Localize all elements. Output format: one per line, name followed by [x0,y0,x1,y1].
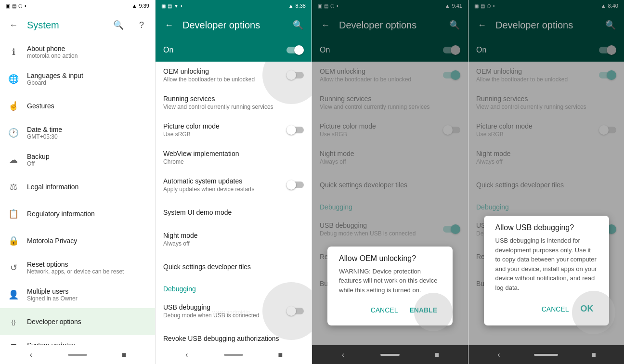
oem-cancel-button[interactable]: Cancel [367,302,402,318]
system-title: System [27,20,105,31]
sidebar-item-datetime[interactable]: 🕐 Date & time GMT+05:30 [0,119,155,146]
color-title-m: Picture color mode [163,122,286,130]
copy-icon: ▤ [12,3,16,9]
sidebar-item-legal[interactable]: ⚖ Legal information [0,173,155,200]
nav-home-middle[interactable] [224,354,243,356]
color-content-m: Picture color mode Use sRGB [163,122,286,138]
on-toggle-middle[interactable] [286,45,304,55]
about-text: About phone motorola one action [27,45,78,59]
nav-recent-middle[interactable]: ■ [271,345,290,364]
autoupdate-toggle-m[interactable] [286,180,304,190]
reset-text: Reset options Network, apps, or device c… [27,260,124,275]
copy-icon-m: ▤ [168,3,172,9]
shield-icon: ⬡ [18,3,23,9]
running-sub-m: View and control currently running servi… [163,104,304,110]
usb-cancel-button[interactable]: Cancel [538,300,573,318]
color-thumb-m [286,125,296,135]
users-icon: 👤 [8,289,19,300]
backup-subtitle: Off [27,160,50,167]
night-title-m: Night mode [163,232,304,239]
languages-text: Languages & input Gboard [27,72,83,86]
privacy-icon: 🔒 [8,235,19,247]
nav-back-left[interactable]: ‹ [21,345,40,364]
dot-icon: • [25,3,26,9]
help-button-left[interactable]: ? [132,15,151,35]
search-button-middle[interactable]: 🔍 [288,15,308,35]
about-title: About phone [27,45,78,52]
sidebar-item-developer[interactable]: {} Developer options [0,308,155,335]
legal-icon: ⚖ [8,181,19,193]
dev-item-color-m[interactable]: Picture color mode Use sRGB [156,117,312,144]
sidebar-item-reset[interactable]: ↺ Reset options Network, apps, or device… [0,254,155,281]
usb-dialog-overlay: Allow USB debugging? USB debugging is in… [468,0,624,364]
notification-icons: ▣ ▤ ⬡ • [6,3,26,9]
datetime-title: Date & time [27,126,62,133]
sidebar-item-about[interactable]: ℹ About phone motorola one action [0,39,155,65]
regulatory-icon: 📋 [8,208,19,220]
qstiles-content-m: Quick settings developer tiles [163,263,304,271]
sidebar-item-backup[interactable]: ☁ Backup Off [0,146,155,173]
color-toggle-m[interactable] [286,125,304,135]
webview-sub-m: Chrome [163,158,304,165]
dev-item-webview-m[interactable]: WebView implementation Chrome [156,144,312,171]
system-icons-middle: ▲ 8:38 [288,3,306,9]
languages-subtitle: Gboard [27,79,83,86]
nav-home-left[interactable] [68,354,87,356]
sidebar-item-privacy[interactable]: 🔒 Motorola Privacy [0,227,155,254]
users-subtitle: Signed in as Owner [27,295,78,302]
system-icons-left: ▲ 9:39 [132,3,149,9]
nav-recent-left[interactable]: ■ [115,345,134,364]
webview-title-m: WebView implementation [163,150,304,157]
search-button-left[interactable]: 🔍 [109,15,128,35]
notif-icons-middle: ▣ ▤ ▼ • [161,3,182,9]
datetime-text: Date & time GMT+05:30 [27,126,62,140]
oem-dialog-body: WARNING: Device protection features will… [339,267,441,295]
sidebar-item-gestures[interactable]: ☝ Gestures [0,92,155,119]
sidebar-item-regulatory[interactable]: 📋 Regulatory information [0,200,155,227]
system-settings-list: ℹ About phone motorola one action 🌐 Lang… [0,39,155,345]
users-title: Multiple users [27,287,78,295]
dev-item-night-m[interactable]: Night mode Always off [156,226,312,253]
dev-list-middle: OEM unlocking Allow the bootloader to be… [156,62,312,345]
debugging-label-m: Debugging [163,285,196,293]
backup-title: Backup [27,153,50,160]
dev-item-autoupdate-m[interactable]: Automatic system updates Apply updates w… [156,171,312,199]
time-left: 9:39 [139,3,149,9]
night-content-m: Night mode Always off [163,232,304,247]
oem-toggle-area-m [286,70,304,80]
sidebar-item-languages[interactable]: 🌐 Languages & input Gboard [0,65,155,92]
uidemo-title-m: System UI demo mode [163,208,304,216]
reset-title: Reset options [27,260,124,268]
dev-item-qstiles-m[interactable]: Quick settings developer tiles [156,253,312,280]
autoupdate-title-m: Automatic system updates [163,177,286,185]
languages-title: Languages & input [27,72,83,79]
users-text: Multiple users Signed in as Owner [27,287,78,302]
sidebar-item-users[interactable]: 👤 Multiple users Signed in as Owner [0,281,155,308]
system-app-bar: ← System 🔍 ? [0,12,155,39]
developer-text: Developer options [27,318,81,325]
developer-title: Developer options [27,318,81,325]
nav-back-middle[interactable]: ‹ [177,345,196,364]
sidebar-item-updates[interactable]: 📱 System updates Updated to Android 9 [0,335,155,345]
system-settings-panel: ▣ ▤ ⬡ • ▲ 9:39 ← System 🔍 ? ℹ About phon… [0,0,156,364]
about-subtitle: motorola one action [27,52,78,59]
usb-dialog-body: USB debugging is intended for developmen… [495,236,598,292]
dev-app-bar-middle: ← Developer options 🔍 [156,12,312,39]
ok-circle-highlight [572,291,615,334]
time-middle: 8:38 [296,3,306,9]
legal-title: Legal information [27,183,78,191]
dev-item-uidemo-m[interactable]: System UI demo mode [156,199,312,226]
gestures-text: Gestures [27,102,54,110]
on-header-middle: On [156,39,312,62]
oem-dialog-overlay: Allow OEM unlocking? WARNING: Device pro… [312,0,468,364]
autoupdate-thumb-m [286,180,296,190]
dev-item-oem-middle[interactable]: OEM unlocking Allow the bootloader to be… [156,62,312,89]
reset-subtitle: Network, apps, or device can be reset [27,268,124,275]
legal-text: Legal information [27,183,78,191]
developer-options-panel-middle: ▣ ▤ ▼ • ▲ 8:38 ← Developer options 🔍 On … [156,0,312,364]
gestures-title: Gestures [27,102,54,110]
usb-dialog-title: Allow USB debugging? [495,223,598,232]
status-bar-left: ▣ ▤ ⬡ • ▲ 9:39 [0,0,155,12]
back-button-left[interactable]: ← [4,15,23,35]
back-button-middle[interactable]: ← [159,15,179,35]
